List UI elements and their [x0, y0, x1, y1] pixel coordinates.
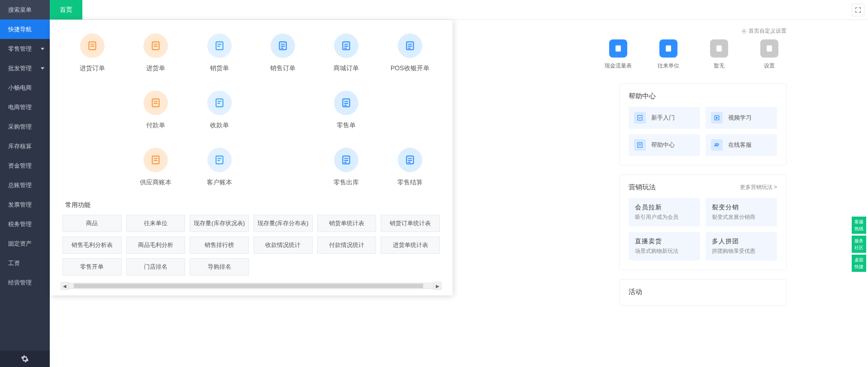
flow-进货订单[interactable]: 进货订单: [65, 34, 119, 72]
flow-进货单[interactable]: 进货单: [129, 34, 183, 72]
flow-label: 零售结算: [397, 179, 423, 187]
sidebar-item-12[interactable]: 固定资产: [0, 234, 50, 253]
common-functions-heading: 常用功能: [65, 201, 442, 209]
flow-客户账本[interactable]: 客户账本: [192, 148, 247, 187]
shortcut-往来单位[interactable]: 往来单位: [652, 39, 686, 70]
gear-icon: [741, 29, 747, 34]
fn-现存量(库存状况表)[interactable]: 现存量(库存状况表): [190, 215, 249, 232]
homepage-config-link[interactable]: 首页自定义设置: [619, 27, 787, 35]
fn-门店排名[interactable]: 门店排名: [126, 258, 186, 275]
sidebar-item-1[interactable]: 快捷导航: [0, 19, 50, 39]
fn-商品毛利分析[interactable]: 商品毛利分析: [126, 237, 186, 254]
flow-POS收银开单[interactable]: POS收银开单: [383, 34, 437, 72]
fn-销售排行榜[interactable]: 销售排行榜: [190, 237, 249, 254]
help-icon: [634, 139, 646, 151]
sidebar-item-9[interactable]: 总账管理: [0, 175, 50, 195]
side-float-服务社区[interactable]: 服务社区: [852, 236, 866, 253]
flow-零售结算[interactable]: 零售结算: [383, 148, 437, 187]
help-link-视频学习[interactable]: 视频学习: [706, 107, 777, 129]
svg-rect-17: [767, 45, 772, 51]
sidebar-item-2[interactable]: 零售管理: [0, 39, 50, 58]
sidebar-item-4[interactable]: 小畅电商: [0, 78, 50, 97]
flow-销售订单[interactable]: 销售订单: [256, 34, 310, 72]
sidebar-item-0[interactable]: 搜索菜单: [0, 0, 50, 19]
document-icon: [271, 34, 295, 58]
fn-销售毛利分析表[interactable]: 销售毛利分析表: [62, 237, 122, 254]
sidebar-item-11[interactable]: 税务管理: [0, 214, 50, 234]
right-column: 首页自定义设置 现金流量表往来单位暂无设置 帮助中心 新手入门视频学习帮助中心在…: [619, 27, 787, 315]
flow-付款单[interactable]: 付款单: [129, 91, 183, 130]
scroll-left-button[interactable]: ◀: [61, 282, 69, 290]
promo-item-desc: 吸引用户成为会员: [635, 214, 678, 220]
function-button-grid: 商品往来单位现存量(库存状况表)现存量(库存分布表)销货单统计表销货订单统计表销…: [61, 215, 442, 275]
fn-往来单位[interactable]: 往来单位: [126, 215, 186, 232]
shortcut-icon: [710, 39, 728, 58]
sidebar-item-10[interactable]: 发票管理: [0, 195, 50, 214]
horizontal-scrollbar[interactable]: ◀ ▶: [61, 282, 442, 290]
flow-label: 付款单: [146, 121, 165, 130]
side-float-客服热线[interactable]: 客服热线: [852, 217, 866, 234]
help-link-label: 帮助中心: [651, 141, 675, 149]
document-icon: [398, 148, 422, 172]
document-icon: [143, 34, 168, 58]
help-link-帮助中心[interactable]: 帮助中心: [629, 134, 700, 156]
fn-收款情况统计[interactable]: 收款情况统计: [253, 237, 313, 254]
promo-多人拼团[interactable]: 多人拼团拼团购物享受优惠: [706, 232, 777, 261]
chevron-down-icon: [41, 67, 44, 69]
fn-进货单统计表[interactable]: 进货单统计表: [381, 237, 440, 254]
sidebar-item-14[interactable]: 经营管理: [0, 273, 50, 292]
help-link-label: 在线客服: [728, 141, 752, 149]
shortcut-现金流量表[interactable]: 现金流量表: [601, 39, 635, 70]
promo-more-link[interactable]: 更多营销玩法: [740, 184, 777, 191]
flow-供应商账本[interactable]: 供应商账本: [129, 148, 183, 187]
side-float-桌面快捷[interactable]: 桌面快捷: [852, 255, 866, 272]
promo-item-title: 直播卖货: [635, 237, 694, 246]
fn-销货订单统计表[interactable]: 销货订单统计表: [381, 215, 440, 232]
flow-销货单[interactable]: 销货单: [192, 34, 247, 72]
chevron-down-icon: [41, 48, 44, 50]
flow-label: POS收银开单: [391, 64, 429, 72]
tab-home[interactable]: 首页: [50, 0, 82, 19]
sidebar-item-7[interactable]: 库存核算: [0, 136, 50, 156]
sidebar-item-8[interactable]: 资金管理: [0, 156, 50, 175]
fn-零售开单[interactable]: 零售开单: [62, 258, 122, 275]
promo-item-desc: 拼团购物享受优惠: [712, 248, 755, 254]
document-icon: [207, 148, 232, 172]
fullscreen-button[interactable]: [852, 4, 864, 16]
shortcut-暂无[interactable]: 暂无: [702, 39, 736, 70]
shortcut-icon: [659, 39, 677, 58]
flow-商城订单[interactable]: 商城订单: [319, 34, 373, 72]
fn-导购排名[interactable]: 导购排名: [190, 258, 249, 275]
activity-title: 活动: [629, 288, 777, 296]
flow-零售出库[interactable]: 零售出库: [319, 148, 373, 187]
flow-零售单[interactable]: 零售单: [319, 91, 373, 130]
help-links-grid: 新手入门视频学习帮助中心在线客服: [629, 107, 777, 156]
help-link-在线客服[interactable]: 在线客服: [706, 134, 777, 156]
promo-裂变分销[interactable]: 裂变分销裂变式发展分销商: [706, 198, 777, 227]
shortcut-label: 往来单位: [658, 62, 679, 70]
svg-rect-14: [615, 45, 621, 51]
gear-icon: [21, 355, 29, 363]
sidebar-item-6[interactable]: 采购管理: [0, 117, 50, 136]
fullscreen-icon: [855, 7, 861, 13]
flow-收款单[interactable]: 收款单: [192, 91, 247, 130]
help-link-新手入门[interactable]: 新手入门: [629, 107, 700, 129]
document-icon: [80, 34, 105, 58]
scroll-right-button[interactable]: ▶: [434, 282, 442, 290]
fn-销货单统计表[interactable]: 销货单统计表: [317, 215, 377, 232]
sidebar-item-13[interactable]: 工资: [0, 253, 50, 273]
document-icon: [334, 34, 358, 58]
promo-会员拉新[interactable]: 会员拉新吸引用户成为会员: [629, 198, 700, 227]
sidebar-item-3[interactable]: 批发管理: [0, 58, 50, 78]
flow-label: 销货单: [210, 64, 229, 72]
sidebar-settings-button[interactable]: [0, 351, 50, 367]
fn-商品[interactable]: 商品: [62, 215, 122, 232]
shortcut-设置[interactable]: 设置: [753, 39, 787, 70]
promo-直播卖货[interactable]: 直播卖货场景式购物新玩法: [629, 232, 700, 261]
sidebar-item-5[interactable]: 电商管理: [0, 97, 50, 117]
fn-现存量(库存分布表)[interactable]: 现存量(库存分布表): [253, 215, 313, 232]
fn-付款情况统计[interactable]: 付款情况统计: [317, 237, 377, 254]
promo-title: 营销玩法 更多营销玩法: [629, 183, 777, 192]
scroll-track[interactable]: [69, 283, 434, 289]
scroll-thumb[interactable]: [74, 284, 423, 288]
